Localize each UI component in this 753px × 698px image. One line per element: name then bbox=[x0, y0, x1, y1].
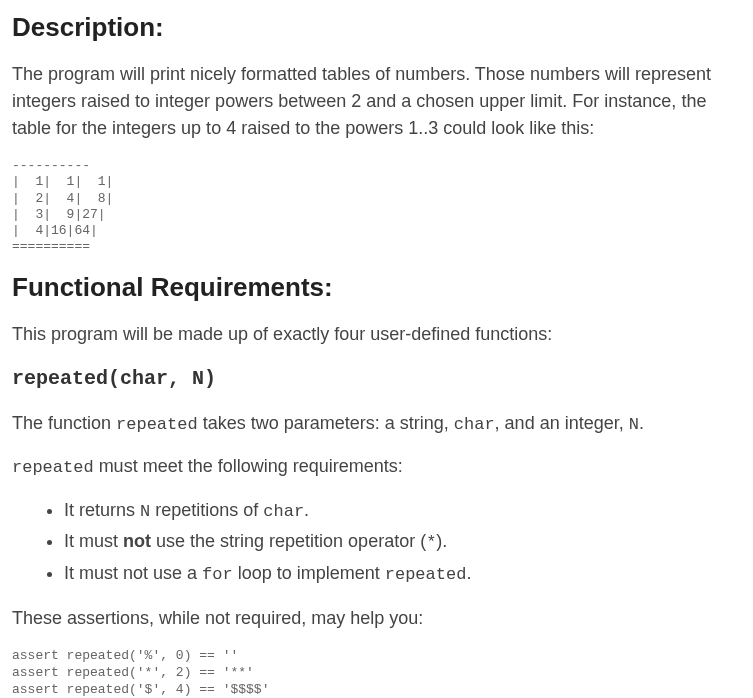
requirements-intro: repeated must meet the following require… bbox=[12, 453, 741, 481]
assertions-intro: These assertions, while not required, ma… bbox=[12, 605, 741, 632]
code-char: char bbox=[263, 502, 304, 521]
code-n: N bbox=[140, 502, 150, 521]
description-heading: Description: bbox=[12, 8, 741, 47]
text-fragment: The function bbox=[12, 413, 116, 433]
text-fragment: . bbox=[639, 413, 644, 433]
code-star: * bbox=[426, 533, 436, 552]
text-fragment: repetitions of bbox=[150, 500, 263, 520]
list-item: It returns N repetitions of char. bbox=[64, 497, 741, 525]
description-paragraph: The program will print nicely formatted … bbox=[12, 61, 741, 142]
requirements-list: It returns N repetitions of char. It mus… bbox=[64, 497, 741, 588]
function-signature: repeated(char, N) bbox=[12, 364, 741, 394]
text-fragment: ). bbox=[436, 531, 447, 551]
text-fragment: must meet the following requirements: bbox=[94, 456, 403, 476]
assertions-code: assert repeated('%', 0) == '' assert rep… bbox=[12, 648, 741, 698]
text-fragment: . bbox=[304, 500, 309, 520]
code-for: for bbox=[202, 565, 233, 584]
text-fragment: loop to implement bbox=[233, 563, 385, 583]
code-char: char bbox=[454, 415, 495, 434]
list-item: It must not use a for loop to implement … bbox=[64, 560, 741, 588]
function-description: The function repeated takes two paramete… bbox=[12, 410, 741, 438]
functional-heading: Functional Requirements: bbox=[12, 268, 741, 307]
functional-intro: This program will be made up of exactly … bbox=[12, 321, 741, 348]
text-fragment: use the string repetition operator ( bbox=[151, 531, 426, 551]
bold-not: not bbox=[123, 531, 151, 551]
text-fragment: , and an integer, bbox=[495, 413, 629, 433]
example-table: ---------- | 1| 1| 1| | 2| 4| 8| | 3| 9|… bbox=[12, 158, 741, 256]
list-item: It must not use the string repetition op… bbox=[64, 528, 741, 556]
code-n: N bbox=[629, 415, 639, 434]
text-fragment: It must not use a bbox=[64, 563, 202, 583]
text-fragment: It returns bbox=[64, 500, 140, 520]
text-fragment: It must bbox=[64, 531, 123, 551]
code-repeated: repeated bbox=[385, 565, 467, 584]
text-fragment: . bbox=[466, 563, 471, 583]
code-repeated: repeated bbox=[116, 415, 198, 434]
text-fragment: takes two parameters: a string, bbox=[198, 413, 454, 433]
code-repeated: repeated bbox=[12, 458, 94, 477]
